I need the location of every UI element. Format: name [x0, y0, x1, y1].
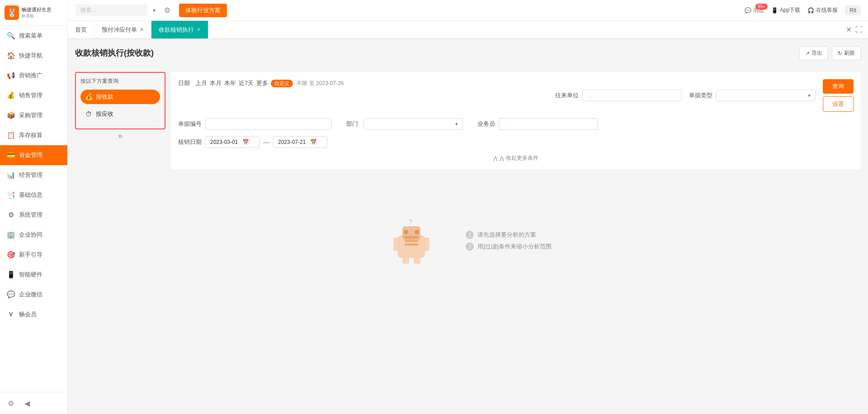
date-more[interactable]: 更多	[256, 79, 268, 87]
date-this-month[interactable]: 本月	[210, 79, 222, 87]
sidebar-item-hardware[interactable]: 📱 智能硬件	[0, 265, 67, 285]
sidebar-item-operations[interactable]: 📊 经营管理	[0, 165, 67, 185]
step-1-number: 1	[466, 231, 474, 239]
sidebar-item-basic-info[interactable]: 📑 基础信息	[0, 185, 67, 205]
sidebar-item-wechat[interactable]: 💬 企业微信	[0, 285, 67, 305]
dept-select[interactable]: ▾	[363, 118, 463, 130]
tab-prepay[interactable]: 预付冲应付单 ✕	[94, 21, 151, 38]
doc-type-label: 单据类型	[689, 91, 712, 100]
topbar-gear-icon[interactable]: ⚙	[161, 4, 174, 17]
sidebar-item-marketing[interactable]: 📢 营销推广	[0, 66, 67, 86]
salesperson-label: 业务员	[477, 120, 495, 128]
svg-point-3	[415, 230, 419, 234]
topbar: 搜索... ▾ ⚙ 体验行业方案 💬 消息 99+ 📱 App下载 🎧 在线客服…	[68, 0, 868, 21]
topbar-service[interactable]: 🎧 在线客服	[807, 6, 838, 14]
brand-icon: 🐰	[5, 5, 19, 20]
empty-step-2: 2 用[过滤]条件来缩小分析范围	[466, 243, 551, 251]
sidebar-item-label: 企业微信	[19, 290, 42, 299]
refresh-button[interactable]: ↻ 刷新	[832, 46, 861, 60]
counterparty-label: 往来单位	[555, 91, 579, 100]
step-1-text: 请先选择要分析的方案	[477, 231, 536, 239]
date-this-year[interactable]: 本年	[224, 79, 236, 87]
brand-edition: 标准版	[22, 13, 52, 19]
sidebar-item-search[interactable]: 🔍 搜索菜单	[0, 26, 67, 46]
sidebar-item-inventory[interactable]: 📋 库存核算	[0, 125, 67, 145]
sidebar-item-sales[interactable]: 💰 销售管理	[0, 86, 67, 105]
sidebar-settings-icon[interactable]: ⚙	[5, 397, 17, 409]
filter-options-box: 按以下方案查询 💰 按收款 ⏱ 按应收	[75, 72, 165, 129]
topbar-message[interactable]: 💬 消息 99+	[745, 6, 764, 14]
topbar-user[interactable]: Rit	[845, 5, 861, 15]
guide-icon: 🎯	[6, 250, 15, 259]
sidebar-item-label: 资金管理	[19, 151, 42, 159]
svg-rect-5	[405, 240, 418, 242]
receipt-icon: 💰	[84, 92, 93, 101]
svg-rect-7	[393, 238, 399, 251]
verify-date-end-input[interactable]: 2023-07-21 📅	[273, 136, 327, 148]
receivable-icon: ⏱	[84, 109, 93, 119]
filter-option-by-receipt[interactable]: 💰 按收款	[80, 90, 160, 104]
capital-icon: 💳	[6, 151, 15, 160]
sidebar-item-quick-nav[interactable]: 🏠 快捷导航	[0, 46, 67, 66]
home-icon: 🏠	[6, 51, 15, 60]
tab-close-all-icon[interactable]: ✕	[846, 25, 852, 34]
sidebar: 🐰 畅捷通好生意 标准版 🔍 搜索菜单 🏠 快捷导航 📢 营销推广 💰 销售管理…	[0, 0, 68, 414]
tab-receipts-close-icon[interactable]: ✕	[197, 27, 201, 33]
sidebar-item-guide[interactable]: 🎯 新手引导	[0, 245, 67, 265]
sidebar-item-purchase[interactable]: 📦 采购管理	[0, 105, 67, 125]
sidebar-item-system[interactable]: ⚙ 系统管理	[0, 205, 67, 225]
doc-type-select[interactable]: ▾	[716, 90, 816, 101]
tab-home[interactable]: 首页	[68, 21, 94, 38]
step-2-text: 用[过滤]条件来缩小分析范围	[477, 243, 551, 251]
filter-option-by-receivable[interactable]: ⏱ 按应收	[80, 107, 160, 121]
content-area: 收款核销执行(按收款) ↗ 导出 ↻ 刷新 按以下方案查询 💰	[68, 39, 868, 414]
verify-date-start-value: 2023-03-01	[210, 139, 238, 145]
step-2-number: 2	[466, 243, 474, 251]
doc-number-input[interactable]	[205, 118, 332, 130]
collapse-more-button[interactable]: ⋀ ⋀ 收起更多条件	[178, 154, 854, 162]
sidebar-item-member[interactable]: V 畅会员	[0, 305, 67, 324]
setting-button[interactable]: 设置	[823, 96, 854, 112]
verify-date-end-value: 2023-07-21	[278, 139, 306, 145]
collapse-more-label: 收起更多条件	[506, 154, 538, 162]
sidebar-item-capital[interactable]: 💳 资金管理	[0, 145, 67, 165]
svg-rect-9	[402, 257, 409, 264]
sidebar-item-label: 智能硬件	[19, 271, 42, 279]
tab-maximize-icon[interactable]: ⛶	[855, 26, 863, 34]
collapse-up-icon: ⋀ ⋀	[493, 155, 504, 162]
sidebar-item-enterprise[interactable]: 🏢 企业协同	[0, 225, 67, 245]
calendar-start-icon: 📅	[242, 139, 249, 145]
industry-button[interactable]: 体验行业方案	[179, 4, 227, 17]
tab-home-label: 首页	[75, 26, 87, 34]
search-icon: 🔍	[6, 31, 15, 40]
date-7days[interactable]: 近7天	[239, 79, 254, 87]
action-bar: ↗ 导出 ↻ 刷新	[799, 46, 861, 60]
topbar-app-download[interactable]: 📱 App下载	[771, 6, 800, 14]
sidebar-bottom: ⚙ ◀	[0, 392, 67, 414]
empty-robot-illustration: ?	[384, 213, 439, 268]
filter-collapse-left-icon[interactable]: »	[75, 129, 165, 141]
date-last-month[interactable]: 上月	[195, 79, 207, 87]
verify-date-start-input[interactable]: 2023-03-01 📅	[205, 136, 259, 148]
tabbar-right: ✕ ⛶	[846, 25, 868, 34]
counterparty-select[interactable]: …	[582, 90, 682, 101]
tabbar: 首页 预付冲应付单 ✕ 收款核销执行 ✕ ✕ ⛶	[68, 21, 868, 39]
message-icon: 💬	[745, 7, 751, 14]
empty-step-1: 1 请先选择要分析的方案	[466, 231, 551, 239]
app-label: App下载	[780, 6, 800, 14]
tab-prepay-close-icon[interactable]: ✕	[140, 27, 144, 33]
query-button[interactable]: 查询	[823, 79, 854, 94]
robot-svg: ?	[384, 213, 439, 267]
enterprise-icon: 🏢	[6, 230, 15, 239]
tab-receipts[interactable]: 收款核销执行 ✕	[151, 21, 208, 38]
topbar-chevron-icon[interactable]: ▾	[153, 7, 156, 14]
date-custom[interactable]: 自定义	[271, 80, 293, 87]
sidebar-collapse-icon[interactable]: ◀	[21, 397, 33, 409]
operations-icon: 📊	[6, 171, 15, 180]
export-icon: ↗	[805, 50, 810, 57]
export-button[interactable]: ↗ 导出	[799, 46, 828, 60]
message-badge: 99+	[755, 4, 768, 10]
inventory-icon: 📋	[6, 131, 15, 140]
sidebar-item-label: 企业协同	[19, 231, 42, 239]
salesperson-select[interactable]: …	[499, 118, 598, 130]
